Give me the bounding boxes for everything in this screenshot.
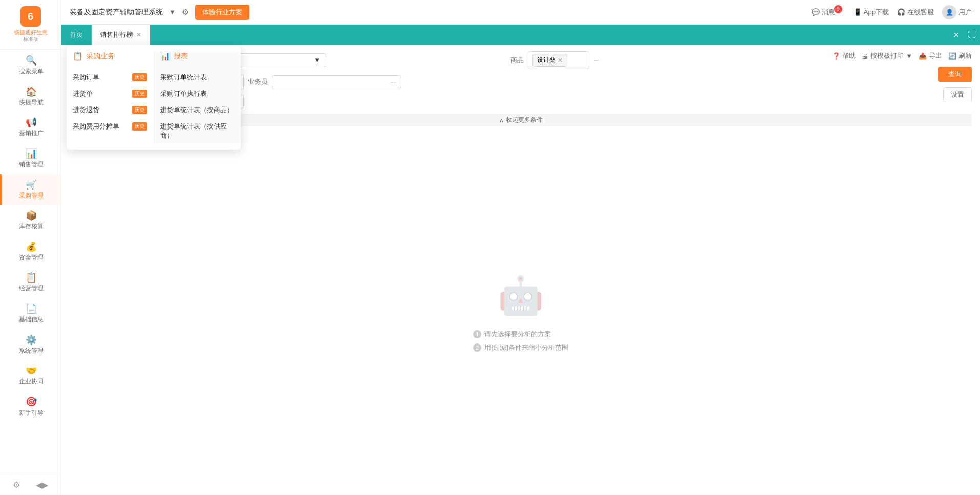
user-area[interactable]: 👤 用户 — [942, 5, 972, 19]
sidebar: 6 畅捷通好生意 标准版 🔍 搜索菜单 🏠 快捷导航 📢 营销推广 📊 销售管理 — [0, 0, 61, 495]
refresh-btn[interactable]: 🔄 刷新 — [948, 51, 972, 60]
sidebar-item-operations[interactable]: 📋 经营管理 — [0, 267, 61, 298]
settings-bottom-btn[interactable]: ⚙ — [13, 480, 20, 490]
inventory-icon: 📦 — [26, 210, 37, 221]
finance-icon: 💰 — [26, 241, 37, 252]
user-label: 用户 — [958, 8, 972, 17]
sidebar-label-purchase: 采购管理 — [19, 192, 44, 200]
print-btn[interactable]: 🖨 按模板打印 ▼ — [862, 51, 912, 60]
sidebar-item-system[interactable]: ⚙️ 系统管理 — [0, 329, 61, 360]
report-receipt-goods-item[interactable]: 进货单统计表（按商品） — [160, 102, 235, 118]
sidebar-item-finance[interactable]: 💰 资金管理 — [0, 236, 61, 267]
sidebar-item-basicinfo[interactable]: 📄 基础信息 — [0, 298, 61, 329]
logo-sub: 标准版 — [23, 36, 38, 43]
tab-home[interactable]: 首页 — [61, 25, 92, 45]
sales-icon: 📊 — [26, 148, 37, 159]
system-icon: ⚙️ — [26, 334, 37, 346]
sidebar-item-nav[interactable]: 🏠 快捷导航 — [0, 81, 61, 112]
setting-btn[interactable]: 设置 — [943, 87, 972, 102]
collapse-up-icon: ∧ — [499, 117, 504, 124]
purchase-dropdown-menu: 📋 采购业务 采购订单 历史 进货单 历史 进货退货 历史 采购费用分摊单 历史 — [67, 45, 241, 150]
operations-icon: 📋 — [26, 272, 37, 283]
sidebar-item-inventory[interactable]: 📦 库存核算 — [0, 205, 61, 236]
business-icon: 📋 — [73, 51, 83, 61]
sidebar-label-collab: 企业协同 — [19, 378, 44, 386]
salesperson-select[interactable]: ··· — [272, 75, 401, 89]
online-service-btn[interactable]: 🎧 在线客服 — [897, 8, 934, 17]
purchase-business-header: 📋 采购业务 — [73, 51, 147, 64]
sidebar-label-search: 搜索菜单 — [19, 68, 44, 76]
purchase-expense-item[interactable]: 采购费用分摊单 历史 — [73, 118, 147, 135]
chevron-down-icon: ▼ — [906, 52, 912, 60]
sidebar-item-search[interactable]: 🔍 搜索菜单 — [0, 50, 61, 81]
refresh-icon: 🔄 — [948, 52, 956, 60]
report-order-stat-item[interactable]: 采购订单统计表 — [160, 69, 235, 85]
history-badge-1: 历史 — [132, 90, 147, 98]
industry-btn[interactable]: 体验行业方案 — [195, 5, 249, 20]
tab-close-all-btn[interactable]: ✕ — [953, 30, 960, 40]
sidebar-item-collab[interactable]: 🤝 企业协同 — [0, 360, 61, 391]
home-icon: 🏠 — [26, 86, 37, 97]
goods-tag: 设计桑 ✕ — [532, 54, 567, 67]
search-icon: 🔍 — [26, 55, 37, 66]
dropdown-columns: 📋 采购业务 采购订单 历史 进货单 历史 进货退货 历史 采购费用分摊单 历史 — [67, 51, 241, 144]
topbar: 装备及固定资产辅助管理系统 ▼ ⚙ 体验行业方案 💬 消息 9 📱 App下载 — [61, 0, 980, 25]
collapse-sidebar-btn[interactable]: ◀▶ — [36, 480, 48, 490]
purchase-order-item[interactable]: 采购订单 历史 — [73, 69, 147, 85]
sidebar-label-inventory: 库存核算 — [19, 223, 44, 231]
report-receipt-supplier-item[interactable]: 进货单统计表（按供应商） — [160, 118, 235, 144]
sidebar-label-finance: 资金管理 — [19, 254, 44, 262]
topbar-right: 💬 消息 9 📱 App下载 🎧 在线客服 👤 用户 — [812, 5, 972, 19]
logo-icon: 6 — [20, 6, 41, 27]
phone-icon: 📱 — [854, 8, 862, 16]
empty-tip-1: 1 请先选择要分析的方案 — [473, 328, 568, 341]
goods-label: 商品 — [510, 56, 524, 65]
system-dropdown[interactable]: ▼ — [169, 8, 176, 16]
report-title: 报表 — [174, 52, 188, 61]
topbar-left: 装备及固定资产辅助管理系统 ▼ ⚙ 体验行业方案 — [70, 5, 249, 20]
report-order-exec-item[interactable]: 采购订单执行表 — [160, 85, 235, 102]
history-badge-2: 历史 — [132, 106, 147, 114]
sidebar-label-marketing: 营销推广 — [19, 130, 44, 138]
sidebar-item-sales[interactable]: 📊 销售管理 — [0, 143, 61, 174]
help-btn[interactable]: ❓ 帮助 — [832, 51, 856, 60]
goods-more-btn[interactable]: ··· — [593, 56, 599, 64]
message-label: 消息 — [822, 8, 835, 17]
tab-sales-rank-label: 销售排行榜 — [100, 30, 133, 39]
tab-home-label: 首页 — [70, 30, 83, 39]
sidebar-label-sales: 销售管理 — [19, 161, 44, 169]
tabbar: 首页 销售排行榜 ✕ ✕ ⛶ — [61, 25, 980, 45]
help-icon: ❓ — [832, 52, 840, 60]
sidebar-label-operations: 经营管理 — [19, 285, 44, 293]
purchase-receipt-item[interactable]: 进货单 历史 — [73, 85, 147, 102]
query-btn[interactable]: 查询 — [938, 67, 972, 82]
sidebar-item-guide[interactable]: 🎯 新手引导 — [0, 391, 61, 422]
chevron-down-icon: ▼ — [169, 8, 176, 16]
guide-icon: 🎯 — [26, 396, 37, 407]
goods-tag-remove[interactable]: ✕ — [558, 57, 563, 64]
gear-icon[interactable]: ⚙ — [182, 7, 189, 17]
purchase-business-title: 采购业务 — [86, 52, 115, 61]
empty-state: 🤖 1 请先选择要分析的方案 2 用[过滤]条件来缩小分析范围 — [61, 133, 980, 495]
empty-tip-2: 2 用[过滤]条件来缩小分析范围 — [473, 341, 568, 354]
salesperson-more[interactable]: ··· — [390, 78, 396, 86]
message-icon: 💬 — [812, 8, 820, 16]
message-btn[interactable]: 💬 消息 9 — [812, 8, 845, 17]
tab-close-icon[interactable]: ✕ — [136, 31, 141, 38]
history-badge-3: 历史 — [132, 122, 147, 131]
sidebar-item-purchase[interactable]: 🛒 采购管理 — [0, 174, 61, 205]
purchase-return-item[interactable]: 进货退货 历史 — [73, 102, 147, 118]
tab-maximize-btn[interactable]: ⛶ — [968, 30, 976, 39]
export-btn[interactable]: 📤 导出 — [919, 51, 942, 60]
tab-sales-rank[interactable]: 销售排行榜 ✕ — [92, 25, 150, 45]
chevron-down-icon: ▼ — [314, 56, 321, 64]
print-icon: 🖨 — [862, 52, 868, 60]
empty-illustration: 🤖 — [498, 274, 544, 317]
sidebar-label-guide: 新手引导 — [19, 409, 44, 417]
sidebar-item-marketing[interactable]: 📢 营销推广 — [0, 112, 61, 143]
app-download-btn[interactable]: 📱 App下载 — [854, 8, 889, 17]
sidebar-label-system: 系统管理 — [19, 347, 44, 355]
system-title: 装备及固定资产辅助管理系统 — [70, 8, 163, 17]
message-badge: 9 — [834, 5, 842, 13]
report-header: 📊 报表 — [160, 51, 235, 64]
